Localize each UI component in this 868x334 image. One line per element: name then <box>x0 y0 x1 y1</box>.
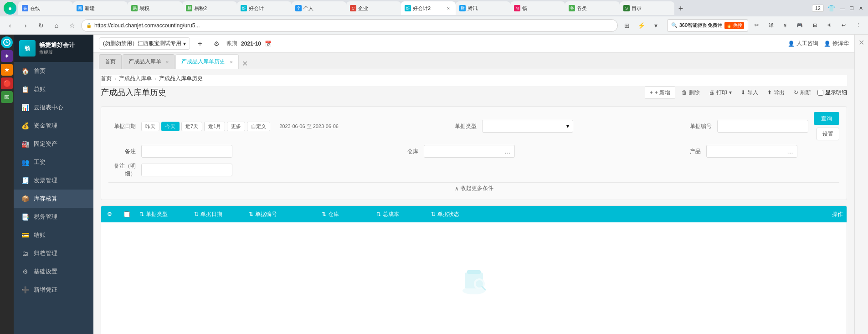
apps-btn[interactable]: ⊞ <box>809 19 821 32</box>
browser-tab-12[interactable]: S 目录 <box>620 1 674 15</box>
undo-btn[interactable]: ↩ <box>838 19 849 32</box>
browser-tab-1[interactable]: 在 在线 <box>18 1 73 15</box>
display-toggle[interactable]: 显示明细 <box>817 89 847 97</box>
user-button[interactable]: 👤 徐泽华 <box>824 40 849 47</box>
browser-tab-8[interactable]: 好 好会计2 × <box>401 1 456 15</box>
th-no[interactable]: ⇅ 单据编号 <box>245 211 318 218</box>
page-tab-inbound[interactable]: 产成品入库单 × <box>123 54 175 69</box>
th-warehouse[interactable]: ⇅ 仓库 <box>318 211 373 218</box>
note-input[interactable] <box>141 145 232 158</box>
breadcrumb-inbound[interactable]: 产成品入库单 <box>119 75 152 82</box>
sidebar-item-inventory[interactable]: 📦 库存核算 <box>14 190 93 208</box>
company-selector[interactable]: (勿删勿禁用）江西服宝测试专用 ▾ <box>99 37 190 50</box>
sidebar-item-assets[interactable]: 🏭 固定资产 <box>14 135 93 153</box>
sidebar-item-new-voucher[interactable]: ➕ 新增凭证 <box>14 281 93 299</box>
page-tab-history[interactable]: 产成品入库单历史 × <box>175 54 238 69</box>
date-btn-1month[interactable]: 近1月 <box>204 122 225 131</box>
th-status[interactable]: ⇅ 单据状态 <box>427 211 500 218</box>
detail-note-input[interactable] <box>141 164 232 176</box>
bookmark-button[interactable]: ☆ <box>66 19 78 32</box>
translate-btn[interactable]: 译 <box>765 19 777 32</box>
sidebar-item-report[interactable]: 📊 云报表中心 <box>14 98 93 117</box>
browser-tab-4[interactable]: 易 易税2 <box>182 1 237 15</box>
page-tab-home[interactable]: 首页 <box>99 54 122 69</box>
browser-tab-11[interactable]: 各 各类 <box>565 1 620 15</box>
breadcrumb-home[interactable]: 首页 <box>101 75 112 82</box>
sidebar-item-invoice[interactable]: 🧾 发票管理 <box>14 171 93 190</box>
sidebar-item-checkout[interactable]: 💳 结账 <box>14 226 93 244</box>
close-all-tabs-button[interactable]: ✕ <box>240 58 251 69</box>
browser-tab-9[interactable]: 腾 腾讯 <box>456 1 510 15</box>
sidebar-item-settings[interactable]: ⚙ 基础设置 <box>14 262 93 281</box>
browser-tab-7[interactable]: C 企业 <box>346 1 401 15</box>
th-type[interactable]: ⇅ 单据类型 <box>136 211 190 218</box>
th-checkbox[interactable] <box>118 211 136 217</box>
browser-tab-6[interactable]: 个 个人 <box>292 1 346 15</box>
sidebar-item-ledger[interactable]: 📋 总账 <box>14 80 93 98</box>
th-gear[interactable]: ⚙ <box>101 211 118 217</box>
date-btn-yesterday[interactable]: 昨天 <box>141 122 159 131</box>
voucher-no-input[interactable] <box>717 120 808 133</box>
right-panel-close-button[interactable]: ✕ <box>858 38 864 47</box>
search-bar[interactable]: 🔍 360智能抠图免费用 🔥 热搜 <box>667 19 748 32</box>
collapse-button[interactable]: ∧ 收起更多条件 <box>108 182 839 194</box>
app-icon-3[interactable]: ★ <box>1 64 13 76</box>
date-btn-today[interactable]: 今天 <box>161 122 180 131</box>
delete-button[interactable]: 🗑 删除 <box>679 87 703 98</box>
theme-btn[interactable]: ☀ <box>823 19 835 32</box>
more-btn[interactable]: ⋮ <box>852 19 864 32</box>
close-button[interactable]: ✕ <box>857 5 864 12</box>
money-btn[interactable]: ¥ <box>780 19 790 32</box>
scissors-btn[interactable]: ✂ <box>751 19 762 32</box>
product-select[interactable]: … <box>706 145 797 158</box>
browser-tab-2[interactable]: 新 新建 <box>73 1 128 15</box>
game-btn[interactable]: 🎮 <box>793 19 806 32</box>
page-tab-history-close[interactable]: × <box>230 59 232 65</box>
calendar-icon[interactable]: 📅 <box>265 41 272 47</box>
sidebar-item-payroll[interactable]: 👥 工资 <box>14 153 93 171</box>
address-bar[interactable]: 🔒 https://cloud.chanjet.com/accounting/u… <box>81 19 618 32</box>
display-checkbox[interactable] <box>817 90 823 96</box>
sidebar-item-home[interactable]: 🏠 首页 <box>14 62 93 80</box>
warehouse-select[interactable]: … <box>424 145 515 158</box>
maximize-button[interactable]: ☐ <box>848 5 855 12</box>
query-button[interactable]: 查询 <box>814 112 839 125</box>
company-settings-button[interactable]: ⚙ <box>210 37 223 50</box>
print-button[interactable]: 🖨 打印 ▾ <box>706 87 734 98</box>
sidebar-item-archive[interactable]: 🗂 归档管理 <box>14 244 93 262</box>
app-icon-5[interactable]: ✉ <box>1 91 13 103</box>
dropdown-icon[interactable]: ▾ <box>650 19 663 32</box>
forward-button[interactable]: › <box>19 19 32 32</box>
date-btn-7days[interactable]: 近7天 <box>181 122 202 131</box>
refresh-browser-button[interactable]: ↻ <box>35 19 47 32</box>
sidebar-item-finance[interactable]: 💰 资金管理 <box>14 117 93 135</box>
page-tab-inbound-close[interactable]: × <box>166 59 169 65</box>
add-company-button[interactable]: + <box>194 37 206 50</box>
refresh-button[interactable]: ↻ 刷新 <box>791 87 814 98</box>
import-button[interactable]: ⬇ 导入 <box>738 87 761 98</box>
th-cost[interactable]: ⇅ 总成本 <box>373 211 427 218</box>
browser-tab-10[interactable]: M 畅 <box>510 1 565 15</box>
back-button[interactable]: ‹ <box>4 19 16 32</box>
app-icon-1[interactable] <box>1 36 13 48</box>
browser-tab-5[interactable]: 好 好会计 <box>237 1 292 15</box>
date-btn-custom[interactable]: 自定义 <box>247 122 270 131</box>
export-button[interactable]: ⬆ 导出 <box>765 87 787 98</box>
grid-icon[interactable]: ⊞ <box>621 19 633 32</box>
service-button[interactable]: 👤 人工咨询 <box>788 40 818 47</box>
lightning-icon[interactable]: ⚡ <box>635 19 648 32</box>
sidebar-item-tax[interactable]: 📑 税务管理 <box>14 208 93 226</box>
voucher-type-select[interactable]: ▾ <box>482 120 573 133</box>
app-icon-4[interactable]: 🔴 <box>1 77 13 89</box>
browser-tab-3[interactable]: 易 易税 <box>128 1 182 15</box>
new-button[interactable]: ++ 新增 <box>645 86 675 99</box>
new-tab-button[interactable]: + <box>674 2 687 15</box>
select-all-checkbox[interactable] <box>124 211 130 217</box>
home-browser-button[interactable]: ⌂ <box>50 19 63 32</box>
date-btn-more[interactable]: 更多 <box>227 122 245 131</box>
minimize-button[interactable]: — <box>839 5 846 12</box>
app-icon-2[interactable]: ✦ <box>1 50 13 62</box>
filter-settings-button[interactable]: 设置 <box>817 128 839 140</box>
th-date[interactable]: ⇅ 单据日期 <box>190 211 245 218</box>
tab-close-8[interactable]: × <box>445 5 452 12</box>
